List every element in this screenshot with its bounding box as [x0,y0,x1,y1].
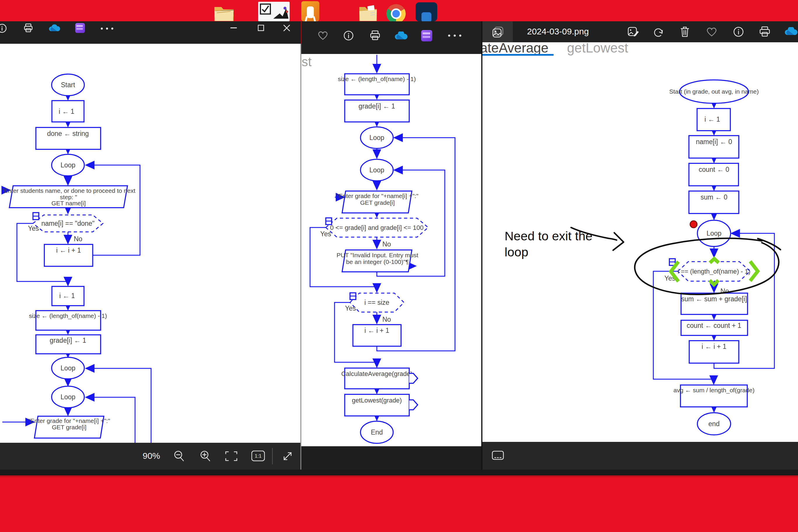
toolbar-divider [272,448,273,464]
flow-node-assign-i: i ← 1 [52,101,84,122]
flow-node-loop2: Loop [52,357,84,379]
svg-text:"Enter students name, or done: "Enter students name, or done to proceed… [2,187,135,194]
flow-node-loop3: Loop [52,386,84,408]
fit-screen-icon[interactable] [225,451,238,461]
svg-text:i ← 1: i ← 1 [704,115,720,123]
svg-text:Loop: Loop [60,364,75,372]
print-icon[interactable] [369,30,381,41]
orange-app-icon[interactable] [301,1,319,21]
svg-text:i ← 1: i ← 1 [59,292,75,300]
folder-icon[interactable] [214,3,234,21]
flow-node-prompt-grade: "Enter grade for "+name[i] +":" GET grad… [28,416,110,438]
info-icon[interactable] [733,26,744,37]
svg-text:getLowest(grade): getLowest(grade) [352,397,402,404]
edit-image-icon[interactable] [628,26,639,37]
svg-text:No: No [74,235,82,243]
flow-decision-grade-range: 0 <= grade[i] and grade[i] <= 100 Yes No [320,218,428,248]
flowchart-middle: size ← (length_of(name) - 1) grade[i] ← … [301,54,481,446]
svg-text:1:1: 1:1 [254,453,262,459]
rotate-icon[interactable] [653,26,664,38]
window-bottom-shadow [0,470,798,475]
flow-node-loop1: Loop [52,154,84,176]
favorite-icon[interactable] [706,26,718,37]
svg-text:count ← 0: count ← 0 [699,166,729,173]
close-button[interactable] [284,25,290,31]
flow-node-start: Start [52,74,84,96]
svg-text:grade[i] ← 1: grade[i] ← 1 [359,102,395,110]
flow-node-put-invalid: PUT "Invalid Input. Entry must be an int… [337,250,418,272]
zoom-out-icon[interactable] [173,450,185,462]
svg-text:done ← string: done ← string [47,130,89,137]
svg-text:Yes: Yes [320,230,331,238]
svg-text:i == (length_of(name) - 1): i == (length_of(name) - 1) [678,268,750,275]
gallery-button[interactable] [482,21,513,42]
fullscreen-icon[interactable] [282,450,293,462]
zoom-in-icon[interactable] [200,450,211,462]
clipchamp-icon[interactable] [75,23,85,33]
flow-node-assign-size: size ← (length_of(name) - 1) [338,74,416,95]
flow-node-assign-i: i ← 1 [697,109,730,131]
minimize-button[interactable] [230,27,238,28]
info-icon[interactable] [343,30,354,41]
flow-decision-done: name[i] == "done" Yes No [28,213,103,243]
left-image-canvas[interactable]: Start i ← 1 done ← string Loop "Enter st… [0,44,301,443]
folder-icon[interactable] [359,4,378,21]
image-check-icon[interactable] [258,2,290,21]
print-icon[interactable] [759,26,771,38]
svg-text:Loop: Loop [369,134,384,141]
right-bottom-toolbar [482,442,798,470]
favorite-icon[interactable] [317,31,328,40]
flow-node-assign-i2: i ← 1 [52,286,84,306]
onedrive-icon[interactable] [394,32,408,41]
flow-decision-i-size: i == size Yes No [345,293,404,323]
info-icon[interactable] [0,23,7,33]
desktop-bottom [0,475,798,532]
svg-text:be an integer (0-100)"¶: be an integer (0-100)"¶ [346,259,409,265]
svg-text:step: ": step: " [60,194,77,201]
maximize-button[interactable] [258,25,264,31]
flow-node-prompt-grade: "Enter grade for "+name[i] +":" GET grad… [337,191,419,213]
window-title: 2024-03-09.png [527,26,589,36]
flow-node-assign-size: size ← (length_of(name) - 1) [29,311,107,330]
svg-text:i == size: i == size [364,299,390,306]
middle-image-canvas[interactable]: st size ← [301,54,481,446]
print-icon[interactable] [23,23,33,33]
navy-app-icon[interactable] [416,2,437,21]
more-icon[interactable] [448,34,462,37]
svg-text:sum ← 0: sum ← 0 [701,193,727,201]
photos-window-left: Start i ← 1 done ← string Loop "Enter st… [0,21,301,470]
actual-size-icon[interactable]: 1:1 [251,451,265,462]
svg-text:No: No [382,240,391,248]
flow-node-loop: Loop [697,220,730,246]
flow-node-start: Start (in grade, out avg, in name) [669,80,759,103]
zoom-level: 90% [142,451,160,461]
annotation-line1: Need to exit the [505,228,592,244]
flow-node-assign-grade: grade[i] ← 1 [36,335,101,354]
svg-text:0 <= grade[i] and grade[i] <=: 0 <= grade[i] and grade[i] <= 100 [330,224,423,231]
clipchamp-icon[interactable] [421,30,432,41]
svg-text:name[i] ← 0: name[i] ← 0 [696,138,732,146]
onedrive-icon[interactable] [48,24,60,32]
onedrive-icon[interactable] [784,27,798,36]
delete-icon[interactable] [680,26,690,38]
svg-text:Loop: Loop [706,230,721,237]
right-image-canvas[interactable]: ateAverage getLowest [482,42,798,442]
flow-node-assign-sum: sum ← 0 [689,191,739,213]
svg-text:i ← i + 1: i ← i + 1 [56,246,81,254]
flow-node-call-lowest: getLowest(grade) [345,394,418,416]
svg-text:CalculateAverage(grade): CalculateAverage(grade) [341,370,413,377]
annotation-line2: loop [505,244,592,260]
more-icon[interactable] [100,27,115,30]
flow-node-prompt-name: "Enter students name, or done to proceed… [2,186,135,208]
chrome-icon[interactable] [386,4,406,21]
svg-text:i ← i + 1: i ← i + 1 [701,343,726,350]
right-titlebar: 2024-03-09.png [482,21,798,42]
svg-text:End: End [371,429,383,436]
svg-text:"Enter grade for "+name[i] +":: "Enter grade for "+name[i] +":" [28,417,110,424]
filmstrip-icon[interactable] [492,450,504,460]
flow-node-assign-count: count ← 0 [689,163,739,186]
flow-node-inc-i: i ← i + 1 [353,325,401,346]
flow-node-assign-name: name[i] ← 0 [689,136,739,158]
svg-text:No: No [382,316,391,323]
annotation-text: Need to exit the loop [505,228,592,260]
